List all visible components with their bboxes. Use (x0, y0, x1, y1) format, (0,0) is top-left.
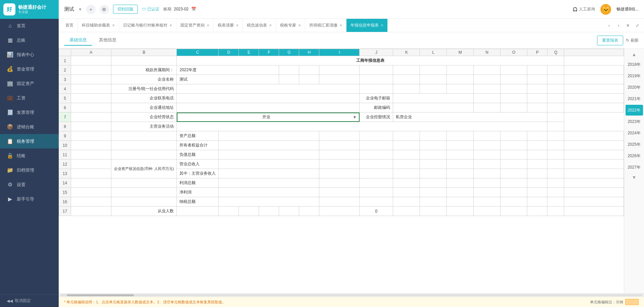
cell-14D[interactable] (219, 178, 319, 188)
cell-15P[interactable] (527, 188, 547, 197)
sidebar-item-settings[interactable]: ⚙ 设置 (0, 177, 59, 192)
cell-11L[interactable] (420, 150, 447, 160)
cell-3M[interactable] (447, 75, 474, 84)
tab-close-icon[interactable]: ✕ (381, 24, 383, 27)
cell-17D[interactable] (219, 207, 239, 216)
cell-15O[interactable] (500, 188, 527, 197)
tab-home[interactable]: 首页 (61, 19, 78, 32)
year-2024[interactable]: 2024年 (626, 128, 643, 138)
cell-9P[interactable] (527, 131, 547, 141)
sheet-tab-other[interactable]: 其他信息 (94, 35, 122, 46)
cell-15A[interactable] (71, 188, 111, 197)
cell-11J[interactable] (360, 150, 393, 160)
cell-5N[interactable] (474, 94, 500, 103)
cell-17F[interactable] (259, 207, 279, 216)
tab-taxexpert[interactable]: 税检专家 ✕ (276, 19, 305, 32)
cell-14L[interactable] (420, 178, 447, 188)
cell-14J[interactable] (360, 178, 393, 188)
cell-10B[interactable] (111, 141, 177, 150)
cell-15M[interactable] (447, 188, 474, 197)
col-header-Q[interactable]: Q (547, 49, 564, 56)
cell-13O[interactable] (500, 169, 527, 178)
cell-13I[interactable] (319, 169, 360, 178)
cell-10I[interactable] (319, 141, 360, 150)
switch-old-version-button[interactable]: 切到旧版 (113, 5, 138, 14)
cell-9O[interactable] (500, 131, 527, 141)
cell-3K[interactable] (393, 75, 420, 84)
cell-5O[interactable] (500, 94, 527, 103)
cell-7A[interactable] (71, 113, 111, 122)
tab-journal[interactable]: 日记账与银行对账单核对 ✕ (119, 19, 176, 32)
cell-11P[interactable] (527, 150, 547, 160)
cell-14B[interactable] (111, 178, 177, 188)
cell-3J[interactable] (360, 75, 393, 84)
cell-16B[interactable] (111, 197, 177, 207)
reset-report-button[interactable]: 重置报表 (597, 36, 623, 45)
year-up-button[interactable]: ▲ (629, 51, 640, 58)
cell-4P[interactable] (527, 84, 547, 94)
calendar-icon[interactable]: 📅 (191, 7, 196, 11)
cell-2P[interactable] (527, 65, 547, 75)
cell-9Q[interactable] (547, 131, 564, 141)
cell-11O[interactable] (500, 150, 527, 160)
cell-17N[interactable] (474, 207, 500, 216)
cell-4N[interactable] (474, 84, 500, 94)
cell-7K[interactable]: 私营企业 (393, 113, 547, 122)
col-header-F[interactable]: F (259, 49, 279, 56)
cell-10L[interactable] (420, 141, 447, 150)
cell-3O[interactable] (500, 75, 527, 84)
tab-incometax[interactable]: 所得税汇算清缴 ✕ (305, 19, 346, 32)
cell-2L[interactable] (420, 65, 447, 75)
tab-aux[interactable]: 科目辅助余额表 ✕ (78, 19, 119, 32)
col-header-N[interactable]: N (474, 49, 500, 56)
cell-11M[interactable] (447, 150, 474, 160)
cell-2G[interactable] (279, 65, 299, 75)
cell-3L[interactable] (420, 75, 447, 84)
cell-1B[interactable] (111, 56, 177, 65)
sidebar-item-ledger[interactable]: ▦ 总账 (0, 33, 59, 47)
settings-gear-button[interactable]: ⚙ (100, 5, 109, 14)
cell-8C[interactable] (177, 122, 547, 131)
cell-6Q[interactable] (547, 103, 564, 113)
cell-17O[interactable] (500, 207, 527, 216)
cell-10D[interactable] (219, 141, 319, 150)
add-button[interactable]: + (86, 5, 96, 14)
sidebar-item-closing[interactable]: 🔒 结账 (0, 148, 59, 163)
cell-14Q[interactable] (547, 178, 564, 188)
cell-5P[interactable] (527, 94, 547, 103)
cell-10K[interactable] (393, 141, 420, 150)
cell-9D[interactable] (219, 131, 319, 141)
col-header-P[interactable]: P (527, 49, 547, 56)
cell-3C[interactable]: 测试 (177, 75, 279, 84)
cell-12K[interactable] (393, 160, 420, 169)
tab-taxfluc[interactable]: 税负波动表 ✕ (243, 19, 276, 32)
col-header-M[interactable]: M (447, 49, 474, 56)
cell-9J[interactable] (360, 131, 393, 141)
cell-9I[interactable] (319, 131, 360, 141)
col-header-I[interactable]: I (319, 49, 360, 56)
cell-13N[interactable] (474, 169, 500, 178)
cell-2J[interactable] (360, 65, 393, 75)
cell-12N[interactable] (474, 160, 500, 169)
cell-2H[interactable] (299, 65, 319, 75)
cell-5Q[interactable] (547, 94, 564, 103)
cell-12L[interactable] (420, 160, 447, 169)
cell-17P[interactable] (527, 207, 547, 216)
year-2027[interactable]: 2027年 (626, 162, 643, 173)
cell-12P[interactable] (527, 160, 547, 169)
cell-15J[interactable] (360, 188, 393, 197)
cell-13P[interactable] (527, 169, 547, 178)
cell-5A[interactable] (71, 94, 111, 103)
cell-14N[interactable] (474, 178, 500, 188)
sidebar-item-archive[interactable]: 📁 归档管理 (0, 163, 59, 177)
cell-14P[interactable] (527, 178, 547, 188)
cell-4J[interactable] (360, 84, 393, 94)
cell-10O[interactable] (500, 141, 527, 150)
cell-3G[interactable] (279, 75, 299, 84)
spreadsheet-grid[interactable]: A B C D E F G H I J K L (59, 49, 624, 293)
cell-12I[interactable] (319, 160, 360, 169)
cell-10J[interactable] (360, 141, 393, 150)
sheet-tab-basic[interactable]: 基础信息 (64, 35, 92, 46)
cell-14K[interactable] (393, 178, 420, 188)
cell-15L[interactable] (420, 188, 447, 197)
